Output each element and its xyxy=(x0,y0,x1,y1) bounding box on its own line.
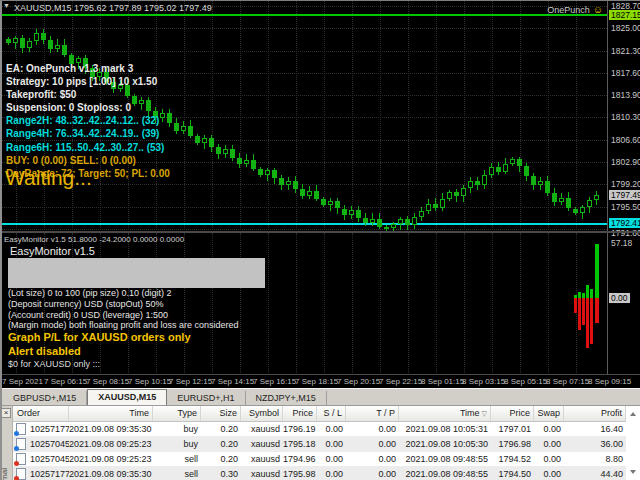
chart-title-ohlc: XAUUSD,M15 1795.62 1797.89 1795.02 1797.… xyxy=(14,3,212,13)
cell-type: buy xyxy=(153,437,201,451)
column-header-time[interactable]: Time▽ xyxy=(399,406,491,421)
cell-swap: 0.00 xyxy=(534,437,564,451)
cell-order: 102570457 xyxy=(13,437,69,451)
chart-tab-xauusd-m15[interactable]: XAUUSD,M15 xyxy=(87,389,167,405)
table-row[interactable]: 1025717712021.09.08 09:35:30sell0.30xauu… xyxy=(13,467,626,480)
candle-body xyxy=(328,201,333,206)
candle-body xyxy=(342,209,347,216)
one-click-trading-arrow-icon[interactable]: ▼ xyxy=(3,2,10,9)
ea-overlay-line: Range4H: 76..34..42..24..19.. (39) xyxy=(6,127,170,140)
column-header-price[interactable]: Price xyxy=(491,406,534,421)
time-axis-label: 7 Sep 12:15 xyxy=(169,377,212,386)
cell-order: 102570458 xyxy=(13,452,69,466)
cell-profit: 36.00 xyxy=(564,437,626,451)
table-row[interactable]: 1025717722021.09.08 09:35:30buy0.20xauus… xyxy=(13,422,626,437)
column-header-price[interactable]: Price xyxy=(283,406,317,421)
close-icon[interactable]: × xyxy=(1,408,11,418)
ea-status-text: Waiting... xyxy=(5,166,92,190)
cell-time: 2021.09.08 09:25:23 xyxy=(69,437,153,451)
column-header-tp[interactable]: T / P xyxy=(346,406,399,421)
column-header-type[interactable]: Type xyxy=(153,406,201,421)
loss-bar xyxy=(586,298,589,348)
resistance-line[interactable] xyxy=(0,14,607,16)
candle-body xyxy=(552,193,557,203)
profit-bar xyxy=(595,244,599,298)
buy-order-icon xyxy=(16,438,26,450)
cell-sl: 0.00 xyxy=(317,422,346,436)
column-header-order[interactable]: Order xyxy=(13,406,69,421)
candle-body xyxy=(391,224,396,228)
price-scale-label: 1817.60 xyxy=(611,68,640,78)
indicator-info-line: (Lot size) 0 to 100 (pip size) 0.10 (dig… xyxy=(8,288,239,299)
price-scale[interactable]: 1828.701827.151825.001821.301817.601813.… xyxy=(607,1,640,375)
ea-name-badge: OnePunch☺ xyxy=(547,4,603,15)
column-header-sl[interactable]: S / L xyxy=(317,406,346,421)
chart-tab-eurusd-h1[interactable]: EURUSD+,H1 xyxy=(167,391,245,405)
cell-swap: 0.00 xyxy=(534,467,564,480)
column-header-time[interactable]: Time xyxy=(69,406,153,421)
candle-body xyxy=(566,198,571,208)
cell-time: 2021.09.08 09:35:30 xyxy=(69,422,153,436)
column-header-swap[interactable]: Swap xyxy=(534,406,564,421)
candle-body xyxy=(454,192,459,197)
candle-body xyxy=(538,181,543,186)
column-header-size[interactable]: Size xyxy=(201,406,241,421)
cell-symbol: xauusd xyxy=(241,422,283,436)
cell-tp: 0.00 xyxy=(346,452,399,466)
ea-overlay-line: BUY: 0 (0.00) SELL: 0 (0.00) xyxy=(6,154,170,167)
indicator-subwindow[interactable]: EasyMonitor v1.5 51.8000 -24.2000 0.0000… xyxy=(0,233,607,375)
grid-vline xyxy=(464,233,465,375)
grid-hline xyxy=(0,28,607,29)
table-row[interactable]: 1025704572021.09.08 09:25:23buy0.20xauus… xyxy=(13,437,626,452)
candle-body xyxy=(251,160,256,169)
candle-body xyxy=(447,192,452,199)
table-row[interactable]: 1025704582021.09.08 09:25:23sell0.20xauu… xyxy=(13,452,626,467)
candle-body xyxy=(594,195,599,200)
chart-tab-gbpusd-m15[interactable]: GBPUSD+,M15 xyxy=(3,391,87,405)
candle-body xyxy=(398,219,403,224)
time-axis-label: 7 Sep 08:15 xyxy=(86,377,129,386)
subwindow-splitter[interactable] xyxy=(0,231,640,233)
orders-table-rows: 1025717722021.09.08 09:35:30buy0.20xauus… xyxy=(13,422,626,480)
column-header-symbol[interactable]: Symbol xyxy=(241,406,283,421)
candle-body xyxy=(279,178,284,185)
candle-body xyxy=(48,40,53,49)
scroll-down-icon[interactable] xyxy=(630,470,636,474)
cell-type: buy xyxy=(153,422,201,436)
cell-profit: 8.80 xyxy=(564,452,626,466)
price-scale-label: 1806.60 xyxy=(611,135,640,145)
cell-symbol: xauusd xyxy=(241,452,283,466)
column-header-profit[interactable]: Profit xyxy=(564,406,626,421)
chart-tab-nzdjpy-m15[interactable]: NZDJPY+,M15 xyxy=(246,391,327,405)
candle-body xyxy=(489,167,494,174)
orders-table: OrderTimeTypeSizeSymbolPriceS / LT / PTi… xyxy=(13,406,626,480)
cell-tp: 0.00 xyxy=(346,437,399,451)
grid-vline xyxy=(520,233,521,375)
profit-bar xyxy=(586,285,589,298)
price-line-label: 1792.41 xyxy=(609,218,640,228)
candle-body xyxy=(202,138,207,143)
candle-body xyxy=(41,33,46,40)
time-axis[interactable]: 7 Sep 20217 Sep 06:157 Sep 08:157 Sep 10… xyxy=(0,375,640,388)
support-line[interactable] xyxy=(0,223,607,225)
candle-body xyxy=(244,160,249,165)
scroll-up-icon[interactable] xyxy=(630,412,636,416)
cell-type: sell xyxy=(153,467,201,480)
candle-body xyxy=(188,126,193,136)
indicator-info-lines: (Lot size) 0 to 100 (pip size) 0.10 (dig… xyxy=(8,288,239,331)
candle-body xyxy=(34,33,39,41)
time-axis-label: 7 Sep 22:15 xyxy=(379,377,422,386)
time-axis-label: 7 Sep 10:15 xyxy=(128,377,171,386)
ea-status-overlay: EA: OnePunch v1.3 mark 3Strategy: 10 pip… xyxy=(6,62,170,180)
table-scrollbar[interactable] xyxy=(626,406,640,480)
cell-price: 1794.52 xyxy=(491,452,534,466)
candle-body xyxy=(370,219,375,223)
time-axis-label: 7 Sep 20:15 xyxy=(337,377,380,386)
window-left-border xyxy=(0,1,2,480)
cell-symbol: xauusd xyxy=(241,467,283,480)
candle-body xyxy=(13,38,18,43)
main-chart[interactable]: ▼ XAUUSD,M15 1795.62 1797.89 1795.02 179… xyxy=(0,1,607,232)
candle-body xyxy=(293,181,298,190)
candle-body xyxy=(230,149,235,158)
grid-vline xyxy=(548,233,549,375)
